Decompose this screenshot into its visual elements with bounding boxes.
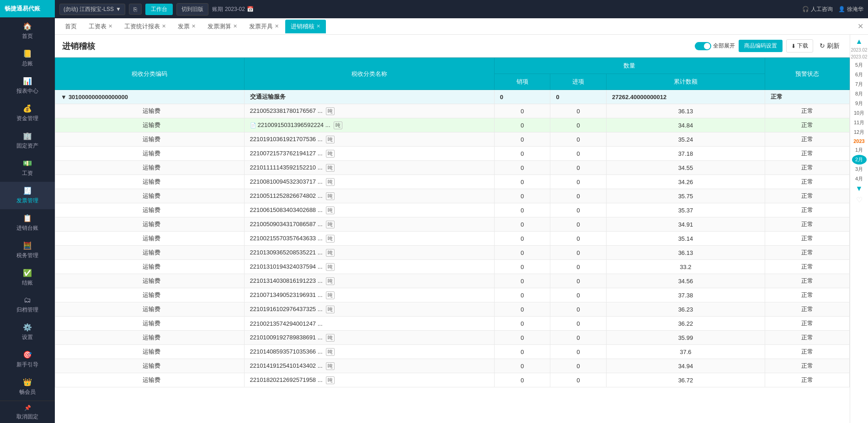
sidebar-item-salary[interactable]: 💵 工资	[0, 154, 55, 182]
row-purchase: 0	[550, 373, 607, 387]
app-logo: 畅捷通易代账	[0, 0, 55, 17]
refresh-button[interactable]: ↻ 刷新	[817, 40, 842, 53]
page-actions: 全部展开 商品编码设置 ⬇ 下载 ↻ 刷新	[695, 39, 842, 53]
unpin-button[interactable]: 📌 取消固定	[0, 401, 55, 423]
timeline-month-2-active[interactable]: 2月	[852, 155, 867, 164]
user-info[interactable]: 👤 徐淹华	[838, 5, 863, 13]
tab-invoice-calc[interactable]: 发票测算 ✕	[202, 20, 243, 33]
tab-invoice-issue-close[interactable]: ✕	[275, 23, 279, 29]
row-cumulative: 34.55	[606, 161, 765, 175]
data-table: 税收分类编码 税收分类名称 数量 预警状态 销项 进项 累计数额	[55, 58, 850, 387]
sidebar-item-ledger[interactable]: 📒 总账	[0, 45, 55, 72]
row-status: 正常	[765, 331, 849, 345]
tab-audit[interactable]: 进销稽核 ✕	[285, 20, 326, 33]
commodity-code-button[interactable]: 商品编码设置	[739, 40, 783, 52]
tab-invoice-issue[interactable]: 发票开具 ✕	[244, 20, 284, 33]
tab-invoice-issue-label: 发票开具	[249, 22, 273, 31]
timeline-month-9[interactable]: 9月	[852, 99, 867, 108]
calendar-icon[interactable]: 📅	[247, 6, 254, 12]
timeline-month-12[interactable]: 12月	[852, 127, 867, 137]
table-row: 运输费 22100213574294001247 ... 0 0 36.22 正…	[55, 317, 850, 331]
page-header: 进销稽核 全部展开 商品编码设置 ⬇ 下载 ↻ 刷新	[55, 35, 850, 57]
timeline-month-1[interactable]: 1月	[852, 145, 867, 155]
timeline-panel: ▲ 2023.02 2023.02 5月 6月 7月 8月 9月 10月 11月…	[850, 35, 868, 423]
tab-salary-close[interactable]: ✕	[108, 23, 112, 29]
group-sales: 0	[494, 90, 550, 104]
row-cumulative: 37.6	[606, 345, 765, 359]
sidebar: 畅捷通易代账 🏠 首页 📒 总账 📊 报表中心 💰 资金管理 🏢 固定资产 💵 …	[0, 0, 55, 423]
row-invoice-code: 22100615083403402688 ... 吨	[244, 203, 494, 217]
row-purchase: 0	[550, 118, 607, 132]
sidebar-item-guide[interactable]: 🎯 新手引导	[0, 346, 55, 373]
support-link[interactable]: 🎧 人工咨询	[802, 5, 833, 13]
timeline-month-6[interactable]: 6月	[852, 70, 867, 79]
back-button[interactable]: 切到旧版	[176, 3, 208, 16]
row-name: 运输费	[55, 132, 245, 147]
sidebar-item-purchase[interactable]: 📋 进销台账	[0, 209, 55, 237]
row-purchase: 0	[550, 147, 607, 161]
logo-text: 畅捷通易代账	[5, 5, 40, 13]
row-sales: 0	[494, 373, 550, 387]
tab-invoice-close[interactable]: ✕	[192, 23, 196, 29]
settings-icon: ⚙️	[23, 323, 32, 332]
tab-audit-close[interactable]: ✕	[316, 23, 320, 29]
row-purchase: 0	[550, 288, 607, 302]
sidebar-item-archive[interactable]: 🗂 归档管理	[0, 291, 55, 318]
timeline-month-3[interactable]: 3月	[852, 164, 867, 174]
timeline-month-10[interactable]: 10月	[852, 108, 867, 118]
copy-button[interactable]: ⎘	[129, 4, 142, 15]
tab-salary-report-close[interactable]: ✕	[162, 23, 166, 29]
sidebar-item-home[interactable]: 🏠 首页	[0, 17, 55, 45]
sidebar-label-archive: 归档管理	[16, 306, 38, 314]
sidebar-item-reports[interactable]: 📊 报表中心	[0, 72, 55, 100]
sidebar-item-invoice[interactable]: 🧾 发票管理	[0, 182, 55, 209]
tab-salary-report[interactable]: 工资统计报表 ✕	[119, 20, 171, 33]
expand-toggle[interactable]	[695, 42, 711, 50]
timeline-month-11[interactable]: 11月	[852, 118, 867, 127]
download-button[interactable]: ⬇ 下载	[786, 39, 813, 53]
th-quantity: 数量	[494, 58, 765, 74]
sidebar-item-tax[interactable]: 🧮 税务管理	[0, 237, 55, 264]
row-sales: 0	[494, 246, 550, 260]
row-status: 正常	[765, 288, 849, 302]
table-row: 运输费 22101916102976437325 ... 吨 0 0 36.23…	[55, 302, 850, 317]
sidebar-item-finance[interactable]: 💰 资金管理	[0, 100, 55, 127]
table-row: 运输费 22100511252826674802 ... 吨 0 0 35.75…	[55, 189, 850, 203]
sidebar-item-assets[interactable]: 🏢 固定资产	[0, 127, 55, 154]
row-invoice-code: 22101408593571035366 ... 吨	[244, 345, 494, 359]
row-name: 运输费	[55, 246, 245, 260]
row-status: 正常	[765, 246, 849, 260]
company-selector[interactable]: (勿动) 江西报宝-LSS ▼	[59, 4, 125, 15]
tab-invoice-calc-close[interactable]: ✕	[233, 23, 237, 29]
tab-invoice[interactable]: 发票 ✕	[172, 20, 201, 33]
timeline-month-8[interactable]: 8月	[852, 89, 867, 99]
close-all-tabs[interactable]: ✕	[857, 22, 863, 31]
timeline-scroll-down[interactable]: ▼	[855, 184, 864, 194]
row-purchase: 0	[550, 203, 607, 217]
row-cumulative: 35.75	[606, 189, 765, 203]
sidebar-label-close: 结账	[22, 279, 33, 287]
sidebar-item-close[interactable]: ✅ 结账	[0, 264, 55, 291]
row-invoice-code: 22101310194324037594 ... 吨	[244, 260, 494, 274]
row-status: 正常	[765, 189, 849, 203]
timeline-month-5[interactable]: 5月	[852, 60, 867, 70]
row-name: 运输费	[55, 331, 245, 345]
timeline-month-4[interactable]: 4月	[852, 174, 867, 184]
workbench-button[interactable]: 工作台	[145, 4, 173, 15]
row-sales: 0	[494, 302, 550, 317]
timeline-month-7[interactable]: 7月	[852, 79, 867, 89]
tab-salary[interactable]: 工资表 ✕	[83, 20, 118, 33]
row-status: 正常	[765, 302, 849, 317]
sidebar-item-settings[interactable]: ⚙️ 设置	[0, 318, 55, 346]
table-row: 运输费 22101820212692571958 ... 吨 0 0 36.72…	[55, 373, 850, 387]
salary-icon: 💵	[23, 159, 32, 168]
row-purchase: 0	[550, 331, 607, 345]
row-cumulative: 35.14	[606, 232, 765, 246]
table-row: 运输费 22101310194324037594 ... 吨 0 0 33.2 …	[55, 260, 850, 274]
sidebar-item-member[interactable]: 👑 畅会员	[0, 373, 55, 401]
tab-home[interactable]: 首页	[59, 20, 82, 33]
copy-icon: ⎘	[133, 6, 137, 13]
page-content: 进销稽核 全部展开 商品编码设置 ⬇ 下载 ↻ 刷新	[55, 35, 850, 423]
timeline-scroll-up[interactable]: ▲	[855, 37, 864, 47]
row-invoice-code: 22100215570357643633 ... 吨	[244, 232, 494, 246]
